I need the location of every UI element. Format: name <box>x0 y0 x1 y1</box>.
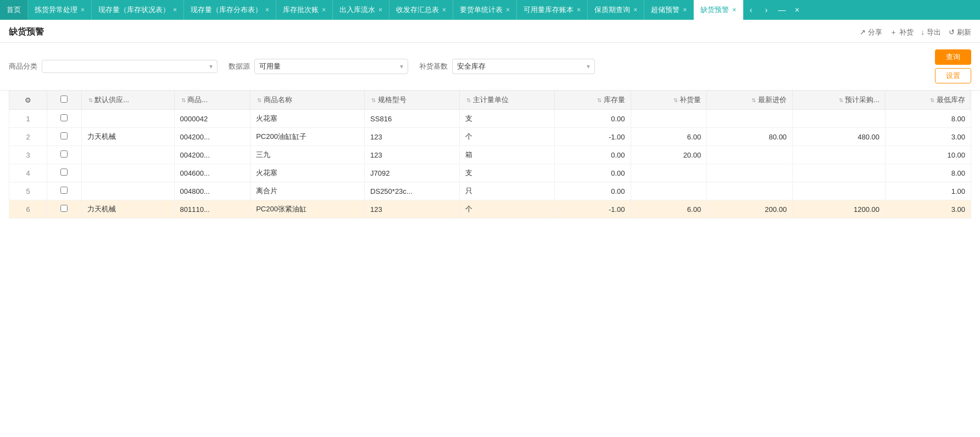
sort-goods-code-icon: ⇅ <box>181 97 186 103</box>
datasource-filter-label: 数据源 <box>229 61 250 71</box>
tab-bar: 首页 拣货异常处理 × 现存量（库存状况表） × 现存量（库存分布表） × 库存… <box>0 0 980 20</box>
cell-checkbox-4[interactable] <box>47 182 81 200</box>
cell-latest-price-4 <box>707 182 793 200</box>
cell-checkbox-1[interactable] <box>47 128 81 146</box>
cell-unit-4: 只 <box>460 182 555 200</box>
row-checkbox-1[interactable] <box>60 132 68 139</box>
replenish-base-select[interactable]: 安全库存 ▾ <box>452 59 595 74</box>
category-select[interactable]: ▾ <box>42 60 218 73</box>
tab-order-stats[interactable]: 要货单统计表 × <box>453 0 517 20</box>
cell-index-1: 2 <box>9 128 47 146</box>
tab-stock-dist[interactable]: 现存量（库存分布表） × <box>184 0 276 20</box>
header-goods-name[interactable]: ⇅ 商品名称 <box>250 91 365 110</box>
category-filter-group: 商品分类 ▾ <box>9 60 218 73</box>
row-checkbox-4[interactable] <box>60 187 68 194</box>
cell-checkbox-2[interactable] <box>47 146 81 164</box>
tab-in-out-flow[interactable]: 出入库流水 × <box>333 0 389 20</box>
select-all-checkbox[interactable] <box>60 96 68 103</box>
window-minimize[interactable]: — <box>774 0 789 20</box>
share-button[interactable]: ↗ 分享 <box>860 27 882 37</box>
cell-goods-name-2: 三九 <box>250 146 365 164</box>
cell-supplier-3 <box>81 164 174 182</box>
tab-nav-prev[interactable]: ‹ <box>743 0 759 20</box>
header-unit[interactable]: ⇅ 主计量单位 <box>460 91 555 110</box>
cell-replenish-3 <box>631 164 707 182</box>
tab-stock-status[interactable]: 现存量（库存状况表） × <box>92 0 184 20</box>
tab-batch-account[interactable]: 库存批次账 × <box>276 0 333 20</box>
tab-collect-summary[interactable]: 收发存汇总表 × <box>389 0 453 20</box>
cell-goods-code-4: 004800... <box>174 182 250 200</box>
datasource-select[interactable]: 可用量 ▾ <box>254 59 408 74</box>
cell-replenish-4 <box>631 182 707 200</box>
tab-available-ledger-close[interactable]: × <box>577 6 581 14</box>
data-table: ⚙ ⇅ 默认供应... ⇅ 商品... ⇅ 商品名称 <box>9 91 971 218</box>
header-gear[interactable]: ⚙ <box>9 91 47 110</box>
cell-goods-name-1: PC200油缸缸子 <box>250 128 365 146</box>
page-header: 缺货预警 ↗ 分享 ＋ 补货 ↓ 导出 ↺ 刷新 <box>0 20 980 43</box>
tab-exception-close[interactable]: × <box>81 6 85 14</box>
cell-replenish-0 <box>631 110 707 128</box>
cell-min-stock-0: 8.00 <box>885 110 971 128</box>
cell-checkbox-5[interactable] <box>47 200 81 218</box>
cell-checkbox-3[interactable] <box>47 164 81 182</box>
tab-overstock-close[interactable]: × <box>683 6 687 14</box>
header-est-purchase[interactable]: ⇅ 预计采购... <box>793 91 886 110</box>
cell-est-purchase-2 <box>793 146 886 164</box>
cell-replenish-5: 6.00 <box>631 200 707 218</box>
cell-unit-1: 个 <box>460 128 555 146</box>
tab-available-ledger[interactable]: 可用量库存账本 × <box>517 0 588 20</box>
cell-latest-price-3 <box>707 164 793 182</box>
tab-expiry-query[interactable]: 保质期查询 × <box>588 0 644 20</box>
cell-index-5: 6 <box>9 200 47 218</box>
header-replenish[interactable]: ⇅ 补货量 <box>631 91 707 110</box>
cell-index-0: 1 <box>9 110 47 128</box>
cell-goods-code-1: 004200... <box>174 128 250 146</box>
cell-unit-0: 支 <box>460 110 555 128</box>
cell-stock-2: 0.00 <box>554 146 631 164</box>
replenish-button[interactable]: ＋ 补货 <box>890 27 914 37</box>
header-select-all[interactable] <box>47 91 81 110</box>
tab-shortage[interactable]: 缺货预警 × <box>694 0 743 20</box>
tab-home[interactable]: 首页 <box>0 0 28 20</box>
tab-collect-summary-close[interactable]: × <box>442 6 446 14</box>
export-button[interactable]: ↓ 导出 <box>921 27 942 37</box>
tab-overstock[interactable]: 超储预警 × <box>644 0 694 20</box>
cell-min-stock-3: 8.00 <box>885 164 971 182</box>
header-stock[interactable]: ⇅ 库存量 <box>554 91 631 110</box>
cell-checkbox-0[interactable] <box>47 110 81 128</box>
cell-latest-price-5: 200.00 <box>707 200 793 218</box>
tab-stock-dist-close[interactable]: × <box>265 6 269 14</box>
header-latest-price[interactable]: ⇅ 最新进价 <box>707 91 793 110</box>
tab-nav-next[interactable]: › <box>759 0 774 20</box>
gear-icon[interactable]: ⚙ <box>25 96 31 104</box>
settings-button[interactable]: 设置 <box>935 68 971 83</box>
cell-est-purchase-5: 1200.00 <box>793 200 886 218</box>
table-row: 1 0000042 火花塞 SS816 支 0.00 8.00 <box>9 110 971 128</box>
table-container: ⚙ ⇅ 默认供应... ⇅ 商品... ⇅ 商品名称 <box>0 91 980 227</box>
cell-supplier-5: 力天机械 <box>81 200 174 218</box>
query-button[interactable]: 查询 <box>935 49 971 65</box>
header-supplier[interactable]: ⇅ 默认供应... <box>81 91 174 110</box>
cell-goods-name-5: PC200张紧油缸 <box>250 200 365 218</box>
datasource-filter-group: 数据源 可用量 ▾ <box>229 59 408 74</box>
row-checkbox-0[interactable] <box>60 114 68 121</box>
header-spec[interactable]: ⇅ 规格型号 <box>365 91 460 110</box>
tab-order-stats-close[interactable]: × <box>506 6 510 14</box>
tab-shortage-close[interactable]: × <box>732 6 736 14</box>
tab-exception[interactable]: 拣货异常处理 × <box>28 0 92 20</box>
row-checkbox-2[interactable] <box>60 150 68 158</box>
refresh-button[interactable]: ↺ 刷新 <box>949 27 971 37</box>
cell-latest-price-2 <box>707 146 793 164</box>
header-min-stock[interactable]: ⇅ 最低库存 <box>885 91 971 110</box>
sort-supplier-icon: ⇅ <box>88 97 93 103</box>
header-goods-code[interactable]: ⇅ 商品... <box>174 91 250 110</box>
cell-est-purchase-1: 480.00 <box>793 128 886 146</box>
tab-expiry-query-close[interactable]: × <box>633 6 637 14</box>
window-close[interactable]: × <box>789 0 805 20</box>
row-checkbox-5[interactable] <box>60 205 68 212</box>
tab-batch-account-close[interactable]: × <box>322 6 326 14</box>
tab-in-out-flow-close[interactable]: × <box>378 6 382 14</box>
table-body: 1 0000042 火花塞 SS816 支 0.00 8.00 2 力天机械 0… <box>9 110 971 218</box>
row-checkbox-3[interactable] <box>60 169 68 176</box>
tab-stock-status-close[interactable]: × <box>173 6 177 14</box>
